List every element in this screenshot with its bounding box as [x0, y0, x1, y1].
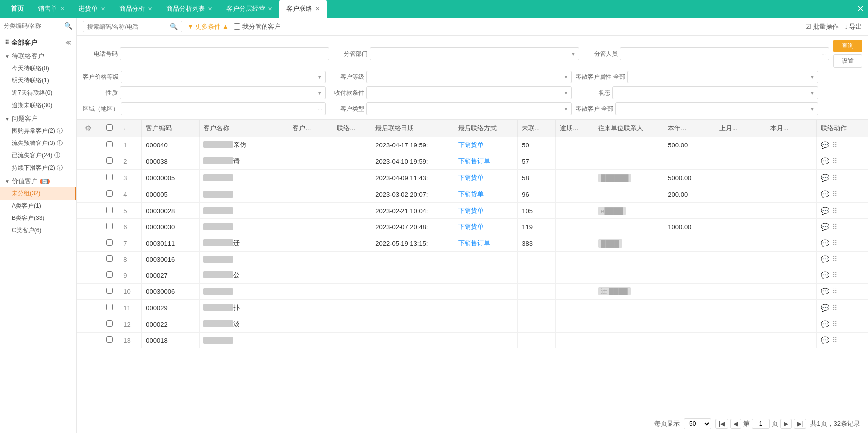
td-checkbox[interactable] [100, 316, 119, 333]
td-last-contact-way[interactable] [454, 267, 517, 284]
filter-retail-customer-select[interactable]: ▼ [615, 102, 818, 115]
th-contact[interactable]: 联络... [333, 120, 371, 137]
row-checkbox[interactable] [106, 141, 113, 147]
sidebar-search-icon[interactable]: 🔍 [64, 22, 72, 30]
sidebar-group-value[interactable]: ▼ 价值客户 🔄 [0, 174, 76, 187]
my-customers-checkbox[interactable]: 我分管的客户 [234, 22, 281, 31]
prev-page-btn[interactable]: ◀ [730, 419, 741, 429]
grid-action-icon[interactable]: ⠿ [832, 174, 837, 182]
gear-icon[interactable]: ⚙ [85, 124, 91, 132]
td-checkbox[interactable] [100, 137, 119, 153]
grid-action-icon[interactable]: ⠿ [832, 223, 837, 231]
filter-region-select[interactable]: ··· [121, 102, 326, 115]
chat-icon[interactable]: 💬 [821, 157, 829, 165]
th-last-contact-date[interactable]: 最后联络日期 [371, 120, 454, 137]
sidebar-search-input[interactable] [4, 22, 64, 29]
tab-goods-list-close[interactable]: ✕ [208, 6, 212, 12]
td-checkbox[interactable] [100, 186, 119, 203]
tab-goods-analysis-close[interactable]: ✕ [148, 6, 152, 12]
chat-icon[interactable]: 💬 [821, 207, 829, 215]
tab-customer-contact[interactable]: 客户联络 ✕ [279, 0, 327, 18]
grid-action-icon[interactable]: ⠿ [832, 271, 837, 279]
td-last-contact-way[interactable]: 下销货单 [454, 203, 517, 219]
td-last-contact-way[interactable]: 下销货单 [454, 186, 517, 203]
sidebar-item-class-b[interactable]: B类客户(33) [0, 212, 76, 224]
td-last-contact-way[interactable]: 下销货单 [454, 137, 517, 153]
td-checkbox[interactable] [100, 267, 119, 284]
reset-button[interactable]: 设置 [833, 54, 862, 68]
tab-goods-list[interactable]: 商品分析列表 ✕ [159, 0, 219, 18]
row-checkbox[interactable] [106, 271, 113, 278]
th-last-contact-way[interactable]: 最后联络方式 [454, 120, 517, 137]
td-last-contact-way[interactable]: 下销货单 [454, 170, 517, 186]
td-checkbox[interactable] [100, 252, 119, 267]
sidebar-item-churn-warning[interactable]: 流失预警客户(3) ⓘ [0, 137, 76, 149]
page-size-select[interactable]: 50 100 [684, 418, 711, 429]
sidebar-item-churned[interactable]: 已流失客户(24) ⓘ [0, 149, 76, 162]
sidebar-item-overdue[interactable]: 逾期未联络(30) [0, 99, 76, 112]
chat-icon[interactable]: 💬 [821, 239, 829, 247]
filter-dept-select[interactable]: ▼ [370, 47, 579, 60]
tab-sales-close[interactable]: ✕ [60, 6, 65, 12]
grid-action-icon[interactable]: ⠿ [832, 320, 837, 328]
export-btn[interactable]: ↓ 导出 [845, 22, 863, 31]
th-no-contact[interactable]: 未联... [518, 120, 556, 137]
th-this-year[interactable]: 本年... [664, 120, 715, 137]
grid-action-icon[interactable]: ⠿ [832, 157, 837, 165]
all-customers-title[interactable]: ⠿ 全部客户 ≪ [0, 34, 76, 49]
row-checkbox[interactable] [106, 239, 113, 246]
row-checkbox[interactable] [106, 288, 113, 294]
td-checkbox[interactable] [100, 203, 119, 219]
grid-action-icon[interactable]: ⠿ [832, 336, 837, 344]
tab-customer-segment-close[interactable]: ✕ [268, 6, 272, 12]
row-checkbox[interactable] [106, 190, 113, 197]
sidebar-item-today[interactable]: 今天待联络(0) [0, 62, 76, 74]
grid-action-icon[interactable]: ⠿ [832, 288, 837, 295]
filter-status-select[interactable]: ▼ [612, 86, 818, 99]
row-checkbox[interactable] [106, 336, 113, 343]
th-checkbox[interactable] [100, 120, 119, 137]
grid-action-icon[interactable]: ⠿ [832, 207, 837, 215]
td-last-contact-way[interactable] [454, 300, 517, 316]
filter-retail-attr-select[interactable]: ▼ [627, 71, 818, 83]
main-search-icon[interactable]: 🔍 [170, 23, 178, 30]
th-contacts-person[interactable]: 往来单位联系人 [594, 120, 664, 137]
th-settings[interactable]: ⚙ [77, 120, 100, 137]
sidebar-item-declining[interactable]: 持续下滑客户(2) ⓘ [0, 162, 76, 174]
th-code[interactable]: 客户编码 [142, 120, 199, 137]
chat-icon[interactable]: 💬 [821, 288, 829, 295]
next-page-btn[interactable]: ▶ [780, 419, 792, 429]
tab-purchase[interactable]: 进货单 ✕ [71, 0, 112, 18]
chat-icon[interactable]: 💬 [821, 223, 829, 231]
row-checkbox[interactable] [106, 207, 113, 213]
tab-customer-contact-close[interactable]: ✕ [315, 6, 320, 12]
th-overdue[interactable]: 逾期... [556, 120, 594, 137]
tab-sales[interactable]: 销售单 ✕ [31, 0, 71, 18]
td-checkbox[interactable] [100, 153, 119, 170]
filter-phone-input[interactable] [120, 47, 329, 60]
td-last-contact-way[interactable]: 下销货单 [454, 219, 517, 235]
page-number-input[interactable] [752, 419, 770, 429]
filter-customer-type-select[interactable]: ▼ [366, 102, 572, 115]
chat-icon[interactable]: 💬 [821, 336, 829, 344]
chat-icon[interactable]: 💬 [821, 271, 829, 279]
sidebar-item-unclassified[interactable]: 未分组(32) [0, 187, 76, 200]
row-checkbox[interactable] [106, 320, 113, 327]
filter-nature-select[interactable]: ▼ [120, 86, 326, 99]
sidebar-item-abnormal[interactable]: 囤购异常客户(2) ⓘ [0, 125, 76, 137]
sidebar-group-pending[interactable]: ▼ 待联络客户 [0, 49, 76, 62]
td-checkbox[interactable] [100, 235, 119, 252]
collapse-icon[interactable]: ≪ [65, 39, 71, 46]
tab-customer-segment[interactable]: 客户分层经营 ✕ [219, 0, 279, 18]
tab-home[interactable]: 首页 [4, 0, 31, 18]
last-page-btn[interactable]: ▶| [794, 419, 806, 429]
th-name[interactable]: 客户名称 [199, 120, 288, 137]
chat-icon[interactable]: 💬 [821, 190, 829, 198]
tab-goods-analysis[interactable]: 商品分析 ✕ [112, 0, 159, 18]
query-button[interactable]: 查询 [833, 40, 862, 52]
filter-price-level-select[interactable]: ▼ [121, 71, 326, 83]
row-checkbox[interactable] [106, 157, 113, 164]
td-checkbox[interactable] [100, 170, 119, 186]
td-last-contact-way[interactable] [454, 284, 517, 300]
chat-icon[interactable]: 💬 [821, 174, 829, 182]
